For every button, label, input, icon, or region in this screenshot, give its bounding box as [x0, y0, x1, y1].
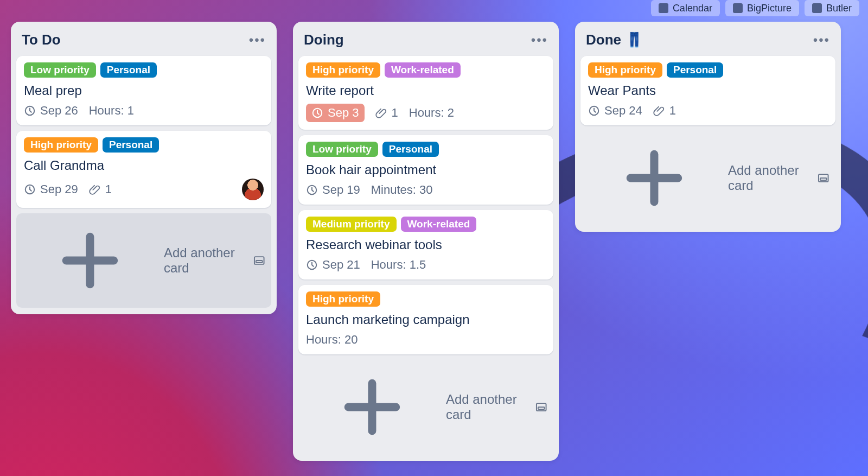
card-title: Meal prep: [24, 83, 264, 98]
list-title-emoji: 👖: [626, 31, 643, 48]
card-badges: Hours: 20: [306, 333, 546, 347]
card-badges: Sep 29 1: [24, 179, 264, 200]
card[interactable]: High priorityPersonal Call Grandma Sep 2…: [16, 131, 271, 208]
card-labels: High priorityPersonal: [588, 62, 828, 78]
list-title-text: Doing: [304, 31, 344, 48]
card-badges: Sep 24 1: [588, 104, 828, 118]
board: To Do ••• Low priorityPersonal Meal prep…: [11, 22, 841, 461]
card[interactable]: High priorityPersonal Wear Pants Sep 24 …: [580, 56, 835, 125]
custom-field-badge: Hours: 2: [409, 106, 454, 120]
due-date-badge[interactable]: Sep 26: [24, 104, 78, 118]
member-avatar[interactable]: [242, 179, 264, 200]
clock-icon: [588, 105, 600, 117]
due-date-text: Sep 19: [322, 183, 360, 197]
add-card-button[interactable]: Add another card: [580, 131, 835, 225]
card-title: Write report: [306, 83, 546, 98]
card-labels: High priorityWork-related: [306, 62, 546, 78]
card-label[interactable]: Personal: [100, 62, 157, 78]
list: Doing ••• High priorityWork-related Writ…: [293, 22, 559, 461]
list-title-text: Done: [586, 31, 621, 48]
due-date-text: Sep 26: [40, 104, 78, 118]
add-card-label: Add another card: [164, 245, 248, 276]
card-template-icon[interactable]: [253, 254, 266, 267]
card[interactable]: High priorityWork-related Write report S…: [298, 56, 553, 130]
plus-icon: [586, 137, 723, 219]
due-date-text: Sep 24: [604, 104, 642, 118]
list: Done 👖 ••• High priorityPersonal Wear Pa…: [575, 22, 841, 232]
clock-icon: [311, 107, 323, 119]
card-label[interactable]: Medium priority: [306, 217, 397, 232]
card[interactable]: High priority Launch marketing campaign …: [298, 285, 553, 354]
list-title[interactable]: Done 👖: [586, 31, 643, 48]
custom-field-badge: Hours: 1.5: [371, 258, 426, 272]
card-title: Wear Pants: [588, 83, 828, 98]
clock-icon: [24, 105, 36, 117]
list-title[interactable]: Doing: [304, 31, 344, 48]
card-label[interactable]: Personal: [103, 137, 159, 153]
due-date-badge[interactable]: Sep 24: [588, 104, 642, 118]
card-template-icon[interactable]: [817, 172, 830, 185]
card-title: Book hair appointment: [306, 162, 546, 177]
attachment-count: 1: [105, 182, 112, 196]
card-label[interactable]: Low priority: [24, 62, 96, 78]
list-menu-button[interactable]: •••: [531, 33, 548, 48]
card-label[interactable]: Personal: [382, 142, 439, 157]
clock-icon: [306, 259, 318, 271]
due-date-text: Sep 21: [322, 258, 360, 272]
card-label[interactable]: High priority: [24, 137, 98, 153]
card-label[interactable]: Low priority: [306, 142, 378, 157]
due-date-text: Sep 29: [40, 182, 78, 196]
list-title-text: To Do: [22, 31, 61, 48]
card-label[interactable]: High priority: [306, 291, 380, 307]
clip-icon: [375, 107, 387, 119]
list-menu-button[interactable]: •••: [249, 33, 266, 48]
due-date-text: Sep 3: [328, 106, 359, 120]
card-label[interactable]: Work-related: [401, 217, 477, 232]
card-label[interactable]: Personal: [667, 62, 723, 78]
list-title[interactable]: To Do: [22, 31, 61, 48]
toolbar-button-butler[interactable]: Butler: [805, 0, 859, 16]
toolbar-button-bigpicture[interactable]: BigPicture: [725, 0, 799, 16]
card-title: Research webinar tools: [306, 237, 546, 252]
card-title: Launch marketing campaign: [306, 312, 546, 327]
attachment-badge[interactable]: 1: [375, 106, 398, 120]
grid-icon: [733, 3, 743, 13]
list-menu-button[interactable]: •••: [813, 33, 830, 48]
toolbar-button-label: Calendar: [673, 3, 712, 14]
card-label[interactable]: High priority: [306, 62, 380, 78]
due-date-badge[interactable]: Sep 3: [306, 104, 365, 122]
clip-icon: [89, 183, 101, 195]
toolbar-button-label: BigPicture: [747, 3, 792, 14]
card[interactable]: Low priorityPersonal Meal prep Sep 26Hou…: [16, 56, 271, 125]
add-card-button[interactable]: Add another card: [16, 213, 271, 308]
plus-icon: [22, 220, 158, 301]
plus-icon: [304, 366, 441, 448]
due-date-badge[interactable]: Sep 29: [24, 182, 78, 196]
custom-field-badge: Minutes: 30: [371, 183, 433, 197]
clock-icon: [306, 184, 318, 196]
card-label[interactable]: High priority: [588, 62, 662, 78]
custom-field-badge: Hours: 20: [306, 333, 358, 347]
butler-icon: [812, 3, 822, 13]
add-card-button[interactable]: Add another card: [298, 360, 553, 454]
due-date-badge[interactable]: Sep 21: [306, 258, 360, 272]
attachment-count: 1: [669, 104, 676, 118]
card[interactable]: Low priorityPersonal Book hair appointme…: [298, 135, 553, 205]
card-labels: Low priorityPersonal: [24, 62, 264, 78]
card-badges: Sep 3 1Hours: 2: [306, 104, 546, 122]
toolbar-button-calendar[interactable]: Calendar: [651, 0, 720, 16]
attachment-badge[interactable]: 1: [89, 182, 112, 196]
add-card-label: Add another card: [728, 163, 812, 193]
attachment-badge[interactable]: 1: [653, 104, 676, 118]
card-labels: High priorityPersonal: [24, 137, 264, 153]
card-labels: High priority: [306, 291, 546, 307]
list: To Do ••• Low priorityPersonal Meal prep…: [11, 22, 277, 314]
card-template-icon[interactable]: [535, 401, 548, 414]
list-header: To Do •••: [16, 28, 271, 56]
custom-field-badge: Hours: 1: [89, 104, 134, 118]
card[interactable]: Medium priorityWork-related Research web…: [298, 210, 553, 280]
card-label[interactable]: Work-related: [385, 62, 461, 78]
list-header: Doing •••: [298, 28, 553, 56]
due-date-badge[interactable]: Sep 19: [306, 183, 360, 197]
attachment-count: 1: [392, 106, 398, 120]
